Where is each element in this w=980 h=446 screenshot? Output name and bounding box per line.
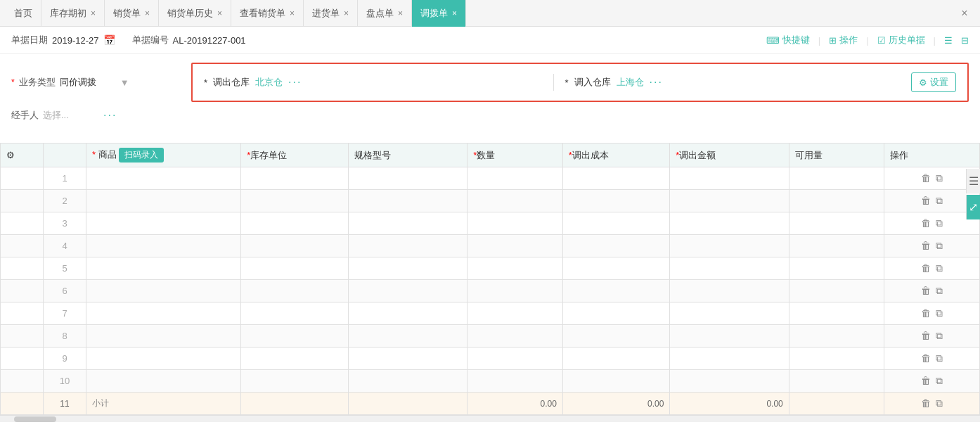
delete-icon[interactable]: 🗑 bbox=[921, 240, 931, 251]
row-product-cell[interactable] bbox=[86, 325, 241, 348]
row-product-cell[interactable] bbox=[86, 257, 241, 280]
delete-icon[interactable]: 🗑 bbox=[921, 172, 931, 184]
row-qty-cell[interactable] bbox=[468, 235, 563, 257]
copy-icon[interactable]: ⧉ bbox=[936, 172, 943, 184]
delete-icon[interactable]: 🗑 bbox=[921, 285, 931, 296]
row-spec-cell[interactable] bbox=[348, 167, 467, 190]
scroll-thumb[interactable] bbox=[14, 416, 56, 422]
copy-icon[interactable]: ⧉ bbox=[936, 285, 943, 296]
operation-button[interactable]: ⊞ 操作 bbox=[829, 34, 858, 46]
row-qty-cell[interactable] bbox=[468, 302, 563, 325]
row-unit-cell[interactable] bbox=[241, 280, 349, 302]
scan-input-button[interactable]: 扫码录入 bbox=[119, 148, 164, 163]
delete-icon[interactable]: 🗑 bbox=[921, 217, 931, 229]
row-product-cell[interactable] bbox=[86, 302, 241, 325]
row-spec-cell[interactable] bbox=[348, 280, 467, 302]
col-gear-header[interactable]: ⚙ bbox=[1, 144, 44, 167]
warehouse-in-value[interactable]: 上海仓 bbox=[617, 76, 644, 89]
handler-input[interactable]: 选择... bbox=[43, 109, 99, 122]
row-spec-cell[interactable] bbox=[348, 257, 467, 280]
row-amount-cell[interactable] bbox=[670, 190, 789, 212]
layout-button2[interactable]: ⊟ bbox=[961, 35, 969, 46]
row-spec-cell[interactable] bbox=[348, 302, 467, 325]
copy-icon[interactable]: ⧉ bbox=[936, 240, 943, 251]
row-spec-cell[interactable] bbox=[348, 325, 467, 348]
row-qty-cell[interactable] bbox=[468, 348, 563, 370]
row-cost-cell[interactable] bbox=[562, 280, 670, 302]
copy-icon[interactable]: ⧉ bbox=[936, 352, 943, 364]
delete-icon[interactable]: 🗑 bbox=[921, 397, 931, 409]
row-cost-cell[interactable] bbox=[562, 190, 670, 212]
row-product-cell[interactable] bbox=[86, 370, 241, 393]
tab-sales-history-close[interactable]: × bbox=[217, 8, 222, 18]
tab-transfer-close[interactable]: × bbox=[452, 8, 457, 18]
row-cost-cell[interactable] bbox=[562, 302, 670, 325]
row-cost-cell[interactable] bbox=[562, 348, 670, 370]
row-amount-cell[interactable] bbox=[670, 235, 789, 257]
row-cost-cell[interactable] bbox=[562, 370, 670, 393]
layout-button1[interactable]: ☰ bbox=[944, 35, 953, 46]
business-type-dropdown-icon[interactable]: ▼ bbox=[120, 77, 129, 88]
copy-icon[interactable]: ⧉ bbox=[936, 217, 943, 229]
copy-icon[interactable]: ⧉ bbox=[936, 262, 943, 274]
right-side-list-icon[interactable]: ☰ bbox=[966, 169, 980, 193]
row-unit-cell[interactable] bbox=[241, 167, 349, 190]
row-cost-cell[interactable] bbox=[562, 325, 670, 348]
delete-icon[interactable]: 🗑 bbox=[921, 195, 931, 206]
tab-sales-order-close[interactable]: × bbox=[145, 8, 150, 18]
row-amount-cell[interactable] bbox=[670, 348, 789, 370]
tab-sales-history[interactable]: 销货单历史 × bbox=[159, 0, 231, 27]
copy-icon[interactable]: ⧉ bbox=[936, 375, 943, 386]
row-product-cell[interactable] bbox=[86, 348, 241, 370]
row-qty-cell[interactable] bbox=[468, 190, 563, 212]
row-amount-cell[interactable] bbox=[670, 302, 789, 325]
row-unit-cell[interactable] bbox=[241, 302, 349, 325]
row-product-cell[interactable] bbox=[86, 190, 241, 212]
row-cost-cell[interactable] bbox=[562, 235, 670, 257]
row-spec-cell[interactable] bbox=[348, 235, 467, 257]
row-unit-cell[interactable] bbox=[241, 235, 349, 257]
delete-icon[interactable]: 🗑 bbox=[921, 375, 931, 386]
row-qty-cell[interactable] bbox=[468, 325, 563, 348]
row-amount-cell[interactable] bbox=[670, 325, 789, 348]
row-qty-cell[interactable] bbox=[468, 370, 563, 393]
tab-stocktake-close[interactable]: × bbox=[398, 8, 403, 18]
row-product-cell[interactable] bbox=[86, 212, 241, 235]
row-cost-cell[interactable] bbox=[562, 257, 670, 280]
row-qty-cell[interactable] bbox=[468, 280, 563, 302]
calendar-icon[interactable]: 📅 bbox=[103, 34, 115, 46]
copy-icon[interactable]: ⧉ bbox=[936, 397, 943, 409]
row-spec-cell[interactable] bbox=[348, 190, 467, 212]
row-cost-cell[interactable] bbox=[562, 212, 670, 235]
row-unit-cell[interactable] bbox=[241, 370, 349, 393]
tabs-close-all-button[interactable]: × bbox=[955, 4, 974, 23]
row-unit-cell[interactable] bbox=[241, 190, 349, 212]
row-amount-cell[interactable] bbox=[670, 370, 789, 393]
copy-icon[interactable]: ⧉ bbox=[936, 195, 943, 206]
history-button[interactable]: ☑ 历史单据 bbox=[877, 34, 925, 46]
handler-more-icon[interactable]: ··· bbox=[103, 109, 117, 122]
row-qty-cell[interactable] bbox=[468, 167, 563, 190]
warehouse-out-value[interactable]: 北京仓 bbox=[255, 76, 283, 89]
row-amount-cell[interactable] bbox=[670, 257, 789, 280]
row-qty-cell[interactable] bbox=[468, 257, 563, 280]
tab-view-sales-close[interactable]: × bbox=[290, 8, 295, 18]
tab-home[interactable]: 首页 bbox=[6, 0, 41, 27]
row-cost-cell[interactable] bbox=[562, 167, 670, 190]
row-product-cell[interactable] bbox=[86, 167, 241, 190]
settings-button[interactable]: ⚙ 设置 bbox=[911, 72, 956, 92]
row-qty-cell[interactable] bbox=[468, 212, 563, 235]
row-product-cell[interactable] bbox=[86, 235, 241, 257]
tab-inventory-init[interactable]: 库存期初 × bbox=[41, 0, 105, 27]
row-product-cell[interactable] bbox=[86, 280, 241, 302]
row-unit-cell[interactable] bbox=[241, 325, 349, 348]
delete-icon[interactable]: 🗑 bbox=[921, 262, 931, 274]
horizontal-scrollbar[interactable] bbox=[0, 415, 980, 422]
tab-purchase[interactable]: 进货单 × bbox=[304, 0, 358, 27]
tab-view-sales[interactable]: 查看销货单 × bbox=[231, 0, 304, 27]
row-amount-cell[interactable] bbox=[670, 280, 789, 302]
row-spec-cell[interactable] bbox=[348, 212, 467, 235]
tab-inventory-init-close[interactable]: × bbox=[91, 8, 96, 18]
warehouse-in-more-icon[interactable]: ··· bbox=[650, 76, 663, 89]
tab-transfer[interactable]: 调拨单 × bbox=[412, 0, 466, 27]
